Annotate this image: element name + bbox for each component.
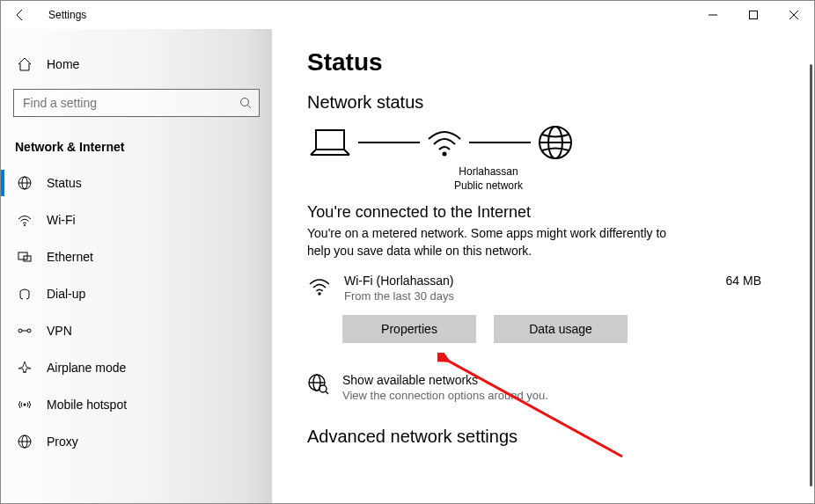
back-button[interactable]	[1, 1, 40, 29]
sidebar-item-label: Status	[47, 176, 82, 190]
minimize-button[interactable]	[693, 1, 733, 29]
sidebar-nav: Status Wi-Fi Ethernet	[1, 164, 272, 460]
sidebar-item-status[interactable]: Status	[1, 164, 272, 201]
sidebar-item-hotspot[interactable]: Mobile hotspot	[1, 386, 272, 423]
sidebar-item-label: Ethernet	[47, 250, 93, 264]
sidebar-item-dialup[interactable]: Dial-up	[1, 275, 272, 312]
svg-point-26	[319, 385, 327, 392]
data-usage-button[interactable]: Data usage	[494, 315, 628, 343]
svg-rect-1	[750, 11, 758, 19]
sidebar-item-label: Airplane mode	[47, 361, 126, 375]
diagram-ssid: Horlahassan	[400, 165, 576, 179]
settings-window: Settings Home	[0, 0, 815, 504]
svg-rect-17	[316, 130, 344, 150]
dialup-icon	[17, 286, 33, 302]
home-icon	[17, 56, 33, 72]
page-title: Status	[307, 48, 779, 77]
search-icon	[239, 97, 252, 109]
connection-usage: 64 MB	[726, 274, 779, 288]
section-network-status: Network status	[307, 92, 779, 113]
connection-row: Wi-Fi (Horlahassan) From the last 30 day…	[307, 274, 779, 303]
scrollbar[interactable]	[810, 64, 812, 486]
sidebar-item-label: VPN	[47, 324, 72, 338]
sidebar-home-label: Home	[47, 57, 79, 71]
sidebar-item-wifi[interactable]: Wi-Fi	[1, 201, 272, 238]
connection-period: From the last 30 days	[344, 289, 714, 303]
airplane-icon	[17, 360, 33, 376]
diagram-line	[358, 142, 420, 143]
sidebar-item-vpn[interactable]: VPN	[1, 312, 272, 349]
sidebar-home[interactable]: Home	[1, 47, 272, 82]
diagram-caption: Horlahassan Public network	[400, 165, 576, 193]
window-title: Settings	[40, 9, 86, 21]
close-button[interactable]	[774, 1, 814, 29]
sidebar-item-label: Wi-Fi	[47, 213, 76, 227]
laptop-icon	[307, 125, 353, 160]
svg-point-10	[18, 329, 22, 332]
svg-point-22	[318, 293, 320, 296]
section-advanced: Advanced network settings	[307, 427, 779, 447]
sidebar-item-label: Mobile hotspot	[47, 398, 127, 412]
search-input[interactable]	[21, 95, 215, 111]
sidebar: Home Network & Internet Status	[1, 29, 272, 503]
ethernet-icon	[17, 249, 33, 265]
show-available-networks[interactable]: Show available networks View the connect…	[307, 373, 779, 402]
svg-point-7	[24, 224, 26, 226]
available-sub: View the connection options around you.	[342, 389, 548, 402]
content: Status Network status Horlahassan Public…	[272, 29, 814, 503]
svg-line-3	[248, 106, 252, 109]
sidebar-item-label: Proxy	[47, 435, 78, 449]
sidebar-item-proxy[interactable]: Proxy	[1, 423, 272, 460]
connected-sub: You're on a metered network. Some apps m…	[307, 225, 677, 259]
wifi-icon	[307, 274, 332, 298]
svg-point-2	[241, 99, 249, 106]
annotation-arrow	[437, 353, 631, 467]
connected-heading: You're connected to the Internet	[307, 203, 779, 222]
sidebar-item-airplane[interactable]: Airplane mode	[1, 349, 272, 386]
globe-icon	[17, 175, 33, 191]
properties-button[interactable]: Properties	[342, 315, 476, 343]
sidebar-item-label: Dial-up	[47, 287, 85, 301]
available-title: Show available networks	[342, 373, 548, 387]
maximize-button[interactable]	[733, 1, 774, 29]
wifi-icon	[17, 212, 33, 228]
connection-name: Wi-Fi (Horlahassan)	[344, 274, 714, 288]
titlebar: Settings	[1, 1, 814, 29]
network-diagram	[307, 123, 779, 162]
sidebar-item-ethernet[interactable]: Ethernet	[1, 238, 272, 275]
globe-search-icon	[307, 373, 330, 396]
search-input-box[interactable]	[13, 89, 260, 117]
svg-point-11	[27, 329, 31, 332]
svg-line-27	[326, 391, 328, 394]
svg-point-13	[24, 404, 26, 406]
diagram-line	[469, 142, 531, 143]
hotspot-icon	[17, 397, 33, 413]
vpn-icon	[17, 323, 33, 339]
diagram-net-type: Public network	[400, 179, 576, 194]
wifi-large-icon	[425, 125, 464, 160]
globe-large-icon	[536, 123, 575, 162]
sidebar-section-header: Network & Internet	[1, 117, 272, 164]
svg-point-18	[443, 152, 447, 157]
proxy-icon	[17, 434, 33, 449]
